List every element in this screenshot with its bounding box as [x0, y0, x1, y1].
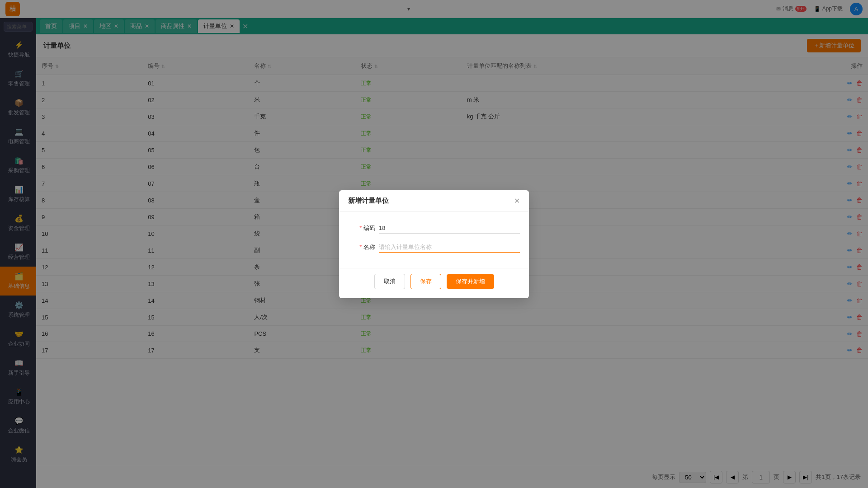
modal-overlay[interactable]: 新增计量单位 ✕ 编码 名称 取消 保存 保存并新增 — [0, 0, 868, 488]
modal-header: 新增计量单位 ✕ — [339, 190, 529, 212]
modal-footer: 取消 保存 保存并新增 — [339, 268, 529, 298]
form-row-name: 名称 — [348, 242, 520, 253]
code-label: 编码 — [348, 224, 375, 232]
save-and-new-button[interactable]: 保存并新增 — [447, 274, 494, 289]
save-button[interactable]: 保存 — [410, 274, 441, 289]
cancel-button[interactable]: 取消 — [374, 274, 405, 289]
modal-body: 编码 名称 — [339, 212, 529, 268]
name-label: 名称 — [348, 243, 375, 251]
add-measure-unit-modal: 新增计量单位 ✕ 编码 名称 取消 保存 保存并新增 — [339, 190, 529, 298]
name-input[interactable] — [379, 242, 520, 253]
modal-close-button[interactable]: ✕ — [514, 197, 520, 205]
modal-title: 新增计量单位 — [348, 197, 389, 205]
code-input[interactable] — [379, 223, 520, 234]
form-row-code: 编码 — [348, 223, 520, 234]
